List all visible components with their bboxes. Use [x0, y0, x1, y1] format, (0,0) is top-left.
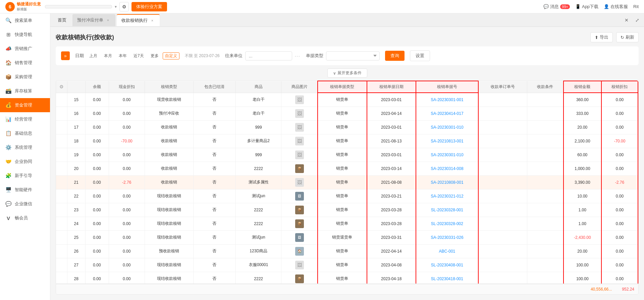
messages-badge: 99+ [560, 4, 570, 9]
sidebar-item-business[interactable]: 📊 经营管理 [0, 112, 50, 126]
bill-no-link[interactable]: SL-20230418-001 [431, 276, 463, 281]
bill-no-link[interactable]: SL-20230328-002 [431, 221, 463, 226]
messages-btn[interactable]: 💬 消息 99+ [543, 4, 570, 10]
bill-no-link[interactable]: SA-20230314-008 [431, 166, 463, 171]
date-this-year[interactable]: 本年 [116, 52, 129, 59]
expand-more-btn[interactable]: ∨ 展开更多条件 [327, 69, 367, 78]
sidebar-item-shortcut[interactable]: ⊞ 快捷导航 [0, 28, 50, 42]
cell-bill-type: 销货单 [318, 106, 367, 120]
type-filter-group: 单据类型 [306, 51, 380, 60]
bill-no-link[interactable]: SA-20210813-001 [431, 139, 463, 143]
sidebar-item-newbie[interactable]: 🧩 新手引导 [0, 169, 50, 183]
cell-bill-no[interactable]: SA-20230414-017 [416, 106, 478, 120]
cell-bill-type: 销货单 [318, 175, 367, 189]
date-label: 日期 [75, 53, 84, 59]
cell-bill-no[interactable]: SA-20230301-001 [416, 93, 478, 106]
sidebar-item-marketing[interactable]: 📣 营销推广 [0, 42, 50, 56]
cell-bill-no[interactable]: SA-20230301-010 [416, 148, 478, 162]
query-btn[interactable]: 查询 [385, 51, 405, 61]
cell-bill-date: 2021-08-08 [367, 175, 416, 189]
user-name[interactable]: Rit [633, 4, 639, 9]
sidebar-item-sales[interactable]: 🏠 销售管理 [0, 56, 50, 70]
date-last-month[interactable]: 上月 [87, 52, 100, 59]
sidebar-item-enterprise[interactable]: 🤝 企业协同 [0, 155, 50, 169]
export-btn[interactable]: ⬆ 导出 [590, 32, 613, 42]
cell-bill-no[interactable]: SA-20230314-008 [416, 162, 478, 175]
cell-balance: 0.00 [85, 272, 109, 284]
industry-btn[interactable]: 体验行业方案 [131, 2, 167, 11]
content-area: 首页 预付冲应付单 × 收款核销执行 × ✕ ⤢ 收款核销执行(按收款) [50, 13, 644, 300]
bill-no-link[interactable]: SA-20230301-010 [431, 125, 463, 130]
sidebar-item-search[interactable]: 🔍 搜索菜单 [0, 13, 50, 28]
cell-bill-no[interactable]: SA-20230321-012 [416, 189, 478, 203]
cell-bill-no[interactable]: SA-20210813-001 [416, 134, 478, 148]
online-service-btn[interactable]: 👤 在线客服 [604, 4, 628, 10]
refresh-btn[interactable]: ↻ 刷新 [616, 32, 639, 42]
sidebar-label-finance: 资金管理 [15, 102, 32, 108]
bill-no-link[interactable]: SL-20230328-001 [431, 208, 463, 212]
cell-settings [56, 175, 67, 189]
cell-bill-date: 2023-03-01 [367, 93, 416, 106]
table-scroll[interactable]: ⚙ 余额 现金折扣 核销类型 包含已结清 商品 商品图片 核销单据类型 核销单据… [56, 81, 638, 284]
sidebar-item-inventory[interactable]: 🗃️ 库存核算 [0, 84, 50, 98]
date-more[interactable]: 更多 [148, 52, 161, 59]
sidebar-item-wechat[interactable]: 💬 企业微信 [0, 197, 50, 211]
bill-no-link[interactable]: SA-20230301-001 [431, 97, 463, 102]
cell-rownum: 24 [67, 217, 86, 230]
sidebar-label-sales: 销售管理 [15, 60, 32, 66]
tab-close-all-btn[interactable]: ✕ [623, 16, 631, 24]
col-settings-icon[interactable]: ⚙ [59, 84, 64, 89]
sidebar-item-hardware[interactable]: 🖥️ 智能硬件 [0, 183, 50, 197]
cell-bill-no[interactable]: SA-20230301-010 [416, 120, 478, 134]
cell-goods-img: 🖼 [281, 189, 318, 203]
expand-row: ∨ 展开更多条件 [56, 69, 639, 78]
sidebar-item-member[interactable]: V 畅会员 [0, 211, 50, 225]
page-actions: ⬆ 导出 ↻ 刷新 [590, 32, 639, 42]
sidebar-item-finance[interactable]: 💰 资金管理 [0, 98, 50, 112]
tab-advance-close[interactable]: × [105, 17, 111, 23]
sidebar-item-basic[interactable]: 📋 基础信息 [0, 126, 50, 140]
tab-receivable[interactable]: 收款核销执行 × [117, 14, 160, 26]
type-select[interactable] [326, 51, 380, 60]
col-header-cash-discount: 现金折扣 [109, 81, 145, 93]
bill-no-link[interactable]: SA-20230301-010 [431, 153, 463, 157]
partner-input[interactable] [245, 51, 292, 60]
tab-advance[interactable]: 预付冲应付单 × [72, 14, 115, 26]
bill-no-link[interactable]: ABC-001 [439, 249, 455, 254]
cell-balance: 0.00 [85, 93, 109, 106]
cell-cash-discount: 0.00 [109, 120, 145, 134]
cell-bill-no[interactable]: SL-20230328-002 [416, 217, 478, 230]
cell-bill-no[interactable]: SL-20230418-001 [416, 272, 478, 284]
date-this-month[interactable]: 本月 [101, 52, 115, 59]
cell-bill-no[interactable]: SA-20210808-001 [416, 175, 478, 189]
filter-toggle-btn[interactable]: » [61, 51, 70, 60]
tab-receivable-close[interactable]: × [150, 18, 155, 23]
app-download-btn[interactable]: 📱 App下载 [575, 4, 598, 10]
cell-bill-no[interactable]: SA-20230331-026 [416, 230, 478, 244]
sidebar-item-purchase[interactable]: 📦 采购管理 [0, 70, 50, 84]
cell-bill-no[interactable]: SL-20230328-001 [416, 203, 478, 217]
date-7days[interactable]: 近7天 [131, 52, 147, 59]
cell-settings [56, 162, 67, 175]
table-row: 16 0.00 0.00 预付冲应收 否 老白干 🖼 销货单 2023-04-1… [56, 106, 638, 120]
bill-no-link[interactable]: SA-20210808-001 [431, 180, 463, 185]
top-search-box[interactable] [45, 5, 112, 8]
settings-icon[interactable]: ⚙ [119, 2, 129, 11]
cell-bill-no[interactable]: SL-20230408-001 [416, 258, 478, 272]
tab-home[interactable]: 首页 [53, 14, 71, 26]
cell-bill-type: 销货单 [318, 203, 367, 217]
bill-no-link[interactable]: SL-20230408-001 [431, 263, 463, 267]
tab-expand-btn[interactable]: ⤢ [633, 16, 641, 24]
date-custom[interactable]: 自定义 [163, 52, 179, 59]
sidebar-label-basic: 基础信息 [15, 130, 32, 136]
sidebar-label-inventory: 库存核算 [15, 88, 32, 94]
sidebar-item-system[interactable]: ⚙️ 系统管理 [0, 140, 50, 155]
filter-settings-btn[interactable]: 设置 [410, 50, 430, 61]
dropdown-arrow[interactable]: ▾ [115, 4, 117, 9]
cell-bill-no[interactable]: ABC-001 [416, 244, 478, 258]
bill-no-link[interactable]: SA-20230321-012 [431, 194, 463, 199]
bill-no-link[interactable]: SA-20230331-026 [431, 235, 463, 240]
cell-goods-img: 📦 [281, 272, 318, 284]
cell-bill-date: 2023-03-31 [367, 230, 416, 244]
bill-no-link[interactable]: SA-20230414-017 [431, 111, 463, 116]
